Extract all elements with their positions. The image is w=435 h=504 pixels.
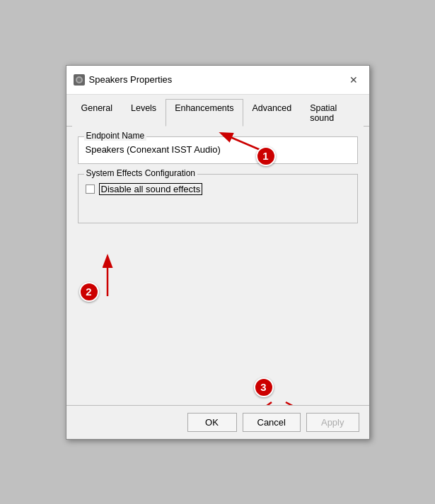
close-button[interactable]: ✕ bbox=[345, 71, 362, 88]
apply-button[interactable]: Apply bbox=[306, 413, 359, 432]
endpoint-name-value: Speakers (Conexant ISST Audio) bbox=[86, 141, 350, 156]
svg-line-5 bbox=[233, 402, 272, 405]
tab-levels[interactable]: Levels bbox=[122, 99, 166, 127]
cancel-button[interactable]: Cancel bbox=[243, 413, 301, 432]
svg-point-1 bbox=[77, 78, 81, 82]
endpoint-name-label: Endpoint Name bbox=[84, 131, 147, 141]
disable-effects-checkbox[interactable] bbox=[86, 184, 95, 194]
content-spacer bbox=[78, 233, 358, 395]
dialog-footer: OK Cancel Apply bbox=[66, 405, 369, 439]
svg-line-6 bbox=[286, 402, 339, 405]
title-bar-left: Speakers Properties bbox=[74, 74, 173, 86]
tabs-bar: General Levels Enhancements Advanced Spa… bbox=[66, 95, 369, 127]
disable-effects-row: Disable all sound effects bbox=[86, 183, 350, 195]
tab-advanced[interactable]: Advanced bbox=[243, 99, 301, 127]
tab-spatial-sound[interactable]: Spatial sound bbox=[301, 99, 363, 127]
tab-enhancements[interactable]: Enhancements bbox=[166, 99, 243, 127]
endpoint-name-group: Endpoint Name Speakers (Conexant ISST Au… bbox=[78, 136, 358, 164]
system-effects-label: System Effects Configuration bbox=[84, 168, 198, 178]
disable-effects-text: Disable all sound effects bbox=[99, 183, 203, 195]
system-effects-group: System Effects Configuration Disable all… bbox=[78, 174, 358, 223]
tab-general[interactable]: General bbox=[72, 99, 122, 127]
speakers-properties-dialog: Speakers Properties ✕ General Levels Enh… bbox=[66, 65, 370, 440]
title-bar: Speakers Properties ✕ bbox=[66, 66, 369, 95]
ok-button[interactable]: OK bbox=[187, 413, 237, 432]
tab-content: Endpoint Name Speakers (Conexant ISST Au… bbox=[66, 127, 369, 405]
dialog-title: Speakers Properties bbox=[89, 74, 173, 85]
speakers-icon bbox=[74, 74, 85, 86]
